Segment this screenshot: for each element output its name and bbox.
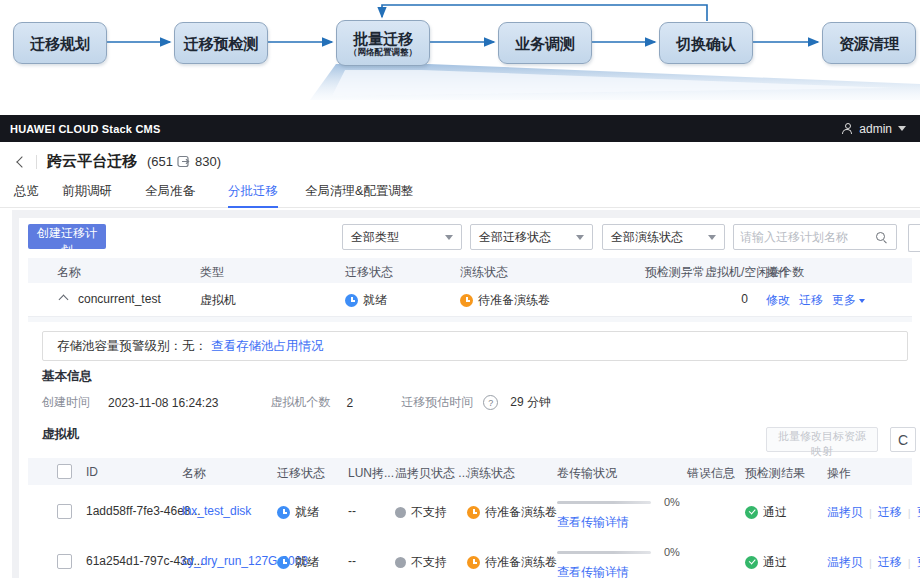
vm-transfer-progress: 0% [557,496,680,508]
transfer-detail-link[interactable]: 查看传输详情 [557,514,629,531]
row-checkbox[interactable] [57,504,72,519]
plan-actions: 修改 迁移 更多 [766,292,865,309]
transfer-arrow-icon [177,155,191,168]
warm-copy-link[interactable]: 温拷贝 [827,504,863,521]
chevron-down-icon [859,299,865,303]
estimated-time-value: 29 分钟 [510,394,551,411]
counter-left: (651 [147,154,173,169]
plan-migration-status: 就绪 [345,292,387,309]
vm-table-row: 1add58ff-7fe3-46e8... lhx_test_disk 就绪 -… [28,486,912,537]
modify-link[interactable]: 修改 [766,292,790,309]
gray-dot-icon [395,507,406,518]
chevron-down-icon [576,235,584,240]
storage-alert-link[interactable]: 查看存储池占用情况 [211,338,324,355]
flow-step-label: 迁移预检测 [184,35,259,52]
migrate-link[interactable]: 迁移 [878,554,902,571]
action-separator: | [908,557,911,569]
plan-type: 虚拟机 [200,292,236,309]
flow-step-service-test: 业务调测 [498,22,592,64]
migration-status-filter-value: 全部迁移状态 [479,229,551,246]
user-menu[interactable]: admin [841,115,906,142]
tab-global-preparation[interactable]: 全局准备 [145,180,195,206]
batch-modify-mapping-button[interactable]: 批量修改目标资源映射 [766,427,878,452]
vm-lun-copy: -- [348,554,356,568]
tab-global-cleanup[interactable]: 全局清理&配置调整 [305,180,413,206]
create-plan-button[interactable]: 创建迁移计划 [28,224,106,249]
vm-name-link[interactable]: lhx_test_disk [182,504,251,518]
select-all-checkbox[interactable] [57,464,72,479]
vm-drill-status: 待准备演练卷 [467,504,557,521]
plan-abnormal-count: 0 [588,292,748,306]
warm-copy-link[interactable]: 温拷贝 [827,554,863,571]
vm-precheck-result: 通过 [745,554,787,571]
clock-blue-icon [277,556,290,569]
progress-percent: 0% [664,496,680,508]
search-icon[interactable] [875,231,888,244]
vm-transfer-progress: 0% [557,546,680,558]
type-filter-select[interactable]: 全部类型 [342,224,462,250]
vm-count-label: 虚拟机个数 [271,394,331,411]
plan-search-input[interactable] [734,230,875,244]
col-id: ID [86,465,98,479]
flow-step-batch-migration: 批量迁移 （网络配置调整） [336,20,430,66]
vm-actions: 温拷贝 | 迁移 | 更多 [827,554,920,571]
clock-blue-icon [345,294,358,307]
transfer-detail-link[interactable]: 查看传输详情 [557,564,629,578]
storage-alert-label: 存储池容量预警级别：无： [57,338,207,355]
page-title: 跨云平台迁移 [47,152,137,171]
vm-migration-status: 就绪 [277,504,319,521]
flow-step-sublabel: （网络配置调整） [349,47,417,57]
type-filter-value: 全部类型 [351,229,399,246]
chevron-down-icon [708,235,716,240]
brand-title: HUAWEI CLOUD Stack CMS [10,123,160,135]
row-expand-divider [28,317,912,322]
migrate-link[interactable]: 迁移 [799,292,823,309]
drill-status-filter-select[interactable]: 全部演练状态 [602,224,725,250]
migration-flowchart: 迁移规划 迁移预检测 批量迁移 （网络配置调整） 业务调测 切换确认 资源清理 [0,0,920,108]
flow-step-precheck: 迁移预检测 [174,22,268,64]
clock-orange-icon [460,294,473,307]
migrate-link[interactable]: 迁移 [878,504,902,521]
person-icon [841,123,853,135]
help-icon[interactable]: ? [483,395,498,410]
col-volume-transfer: 卷传输状况 [557,465,617,482]
flow-arrows-and-wedge [0,0,920,108]
vm-precheck-result: 通过 [745,504,787,521]
col-actions: 操作 [766,264,790,281]
col-name: 名称 [57,264,81,281]
tab-overview[interactable]: 总览 [14,180,39,206]
vm-table-header: ID 名称 迁移状态 LUN拷... 温拷贝状态 ... 演练状态 卷传输状况 … [28,458,912,485]
clock-orange-icon [467,556,480,569]
more-link[interactable]: 更多 [832,292,865,309]
flow-step-switch-confirm: 切换确认 [659,22,753,64]
flow-step-resource-cleanup: 资源清理 [822,22,916,64]
screen: 迁移规划 迁移预检测 批量迁移 （网络配置调整） 业务调测 切换确认 资源清理 … [0,0,920,578]
flow-step-plan: 迁移规划 [13,22,107,64]
flow-step-label: 资源清理 [839,35,899,52]
progress-bar [557,551,651,554]
col-migration-status: 迁移状态 [345,264,393,281]
flow-step-label: 迁移规划 [30,35,90,52]
action-separator: | [869,507,872,519]
migration-status-filter-select[interactable]: 全部迁移状态 [470,224,593,250]
counter-right: 830) [195,154,221,169]
tab-preliminary-research[interactable]: 前期调研 [62,180,112,206]
col-name: 名称 [182,465,206,482]
vm-warm-copy-status: 不支持 [395,554,447,571]
collapse-row-button[interactable] [60,296,67,303]
tab-bar: 总览 前期调研 全局准备 分批迁移 全局清理&配置调整 [0,180,920,208]
storage-alert: 存储池容量预警级别：无： 查看存储池占用情况 [42,331,908,361]
flow-step-label: 业务调测 [515,35,575,52]
user-name: admin [859,122,892,136]
created-time-value: 2023-11-08 16:24:23 [108,396,219,410]
flow-step-label: 批量迁移 [353,30,413,47]
chevron-down-icon [898,126,906,131]
truncated-toolbar-control[interactable] [908,224,920,252]
page-title-row: 跨云平台迁移 (651 830) [18,152,221,171]
plan-name: concurrent_test [78,292,161,306]
back-icon[interactable] [16,156,27,167]
refresh-button[interactable]: C [890,427,916,452]
row-checkbox[interactable] [57,554,72,569]
tab-batch-migration[interactable]: 分批迁移 [228,180,278,208]
title-divider [36,155,37,169]
